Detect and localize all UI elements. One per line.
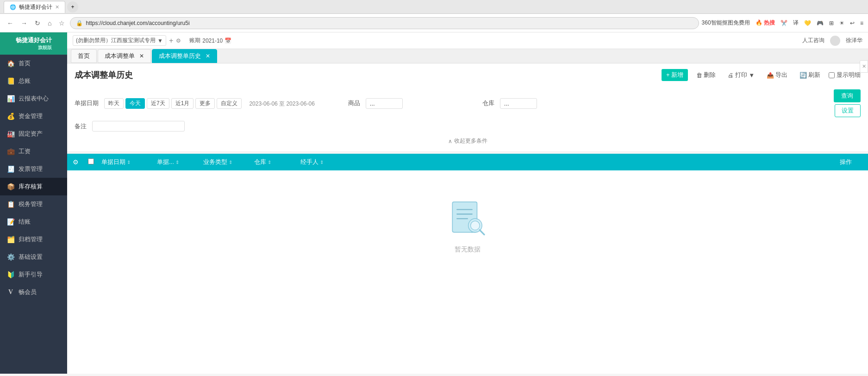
forward-btn[interactable]: →	[19, 19, 30, 28]
new-btn[interactable]: + 新增	[662, 69, 688, 81]
apps-icon: ⊞	[829, 20, 834, 26]
logo-sub: 旗舰版	[16, 44, 52, 51]
print-dropdown-icon: ▼	[749, 72, 755, 79]
sort-type-icon: ⇕	[229, 160, 232, 165]
tab-home[interactable]: 首页	[71, 49, 97, 63]
table-settings-btn[interactable]: ⚙	[67, 158, 84, 166]
refresh-icon: 🔄	[799, 72, 807, 79]
settings-gear-icon[interactable]: ⚙	[176, 38, 181, 44]
goods-filter-label: 商品	[348, 99, 360, 107]
lock-icon: 🔒	[76, 20, 83, 26]
tab-bar: 首页 成本调整单 ✕ 成本调整单历史 ✕	[67, 49, 868, 63]
reports-icon: 📊	[6, 95, 15, 102]
collapse-filter-btn[interactable]: ∧ 收起更多条件	[75, 135, 861, 147]
tab-cost-adjust-history[interactable]: 成本调整单历史 ✕	[152, 49, 217, 63]
browser-tab-title: 畅捷通好会计	[19, 3, 52, 11]
show-columns-toggle[interactable]: 显示明细	[829, 71, 861, 79]
th-warehouse[interactable]: 仓库 ⇕	[250, 158, 297, 166]
sidebar-item-membership[interactable]: V 畅会员	[0, 283, 67, 301]
add-company-btn[interactable]: +	[169, 37, 173, 45]
date-today-btn[interactable]: 今天	[125, 98, 145, 109]
sidebar-item-label: 发票管理	[19, 165, 43, 173]
period-info: 账期 2021-10 📅	[189, 37, 231, 44]
sidebar-item-label: 固定资产	[19, 130, 43, 138]
new-tab-btn[interactable]: +	[67, 1, 78, 13]
delete-btn[interactable]: 🗑 删除	[693, 69, 719, 81]
sidebar-item-close[interactable]: 📝 结账	[0, 213, 67, 231]
calendar-icon[interactable]: 📅	[225, 38, 231, 44]
warehouse-more-dots: ...	[504, 100, 509, 107]
goods-select[interactable]: ...	[366, 98, 403, 109]
date-filter-label: 单据日期	[75, 99, 99, 107]
sidebar-item-label: 首页	[19, 59, 31, 68]
sidebar-item-label: 工资	[19, 147, 31, 156]
setting-btn[interactable]: 设置	[835, 104, 861, 117]
th-type[interactable]: 业务类型 ⇕	[200, 158, 250, 166]
sidebar-item-tax[interactable]: 📋 税务管理	[0, 195, 67, 213]
user-name[interactable]: 徐泽华	[846, 37, 862, 44]
select-all-checkbox[interactable]	[88, 158, 94, 164]
empty-state: 暂无数据	[67, 170, 868, 282]
funds-icon: 💰	[6, 113, 15, 120]
empty-text: 暂无数据	[455, 245, 481, 254]
date-range-display: 2023-06-06 至 2023-06-06	[249, 100, 314, 108]
sidebar-item-archive[interactable]: 🗂️ 归档管理	[0, 231, 67, 248]
sidebar-item-funds[interactable]: 💰 资金管理	[0, 107, 67, 125]
th-handler[interactable]: 经手人 ⇕	[297, 158, 352, 166]
tab-cost-adjust-history-close[interactable]: ✕	[206, 53, 210, 59]
sidebar-item-label: 新手引导	[19, 270, 43, 279]
collapse-arrow-icon: ∧	[448, 138, 452, 144]
back-btn[interactable]: ←	[5, 19, 16, 28]
consultant-link[interactable]: 人工咨询	[802, 37, 824, 44]
th-date[interactable]: 单据日期 ⇕	[98, 158, 153, 166]
date-yesterday-btn[interactable]: 昨天	[104, 98, 124, 109]
date-more-btn[interactable]: 更多	[195, 98, 215, 109]
refresh-btn[interactable]: 🔄 刷新	[796, 69, 824, 81]
membership-icon: V	[6, 288, 15, 296]
browser-nav-bar: ← → ↻ ⌂ ☆ 🔒 https://cloud.chanjet.com/ac…	[0, 14, 868, 32]
show-columns-checkbox[interactable]	[829, 72, 835, 78]
export-btn[interactable]: 📤 导出	[763, 69, 791, 81]
table-select-all-check[interactable]	[84, 158, 98, 166]
sidebar-item-ledger[interactable]: 📒 总账	[0, 72, 67, 90]
sidebar-item-salary[interactable]: 💼 工资	[0, 143, 67, 160]
date-custom-btn[interactable]: 自定义	[217, 98, 242, 109]
sort-handler-icon: ⇕	[320, 160, 324, 165]
sidebar-item-label: 归档管理	[19, 235, 43, 244]
wallet-icon: 💛	[804, 20, 811, 26]
sidebar-item-guide[interactable]: 🔰 新手引导	[0, 266, 67, 283]
salary-icon: 💼	[6, 148, 15, 155]
warehouse-select[interactable]: ...	[500, 98, 537, 109]
filter-area: 单据日期 昨天 今天 近7天 近1月 更多 自定义 2023-06-06 至 2…	[67, 85, 868, 152]
right-panel-close-btn[interactable]: ✕	[860, 60, 868, 73]
date-1month-btn[interactable]: 近1月	[171, 98, 194, 109]
date-quick-btns: 昨天 今天 近7天 近1月 更多 自定义	[104, 98, 242, 109]
tab-cost-adjust[interactable]: 成本调整单 ✕	[98, 49, 151, 63]
home-nav-btn[interactable]: ⌂	[45, 19, 54, 28]
menu-icon: ≡	[860, 20, 863, 26]
url-bar[interactable]: 🔒 https://cloud.chanjet.com/accounting/u…	[70, 17, 699, 29]
bookmark-btn[interactable]: ☆	[56, 19, 67, 28]
sidebar-item-inventory[interactable]: 📦 库存核算	[0, 178, 67, 195]
query-btn[interactable]: 查询	[834, 89, 861, 102]
remark-input[interactable]	[92, 121, 185, 132]
sidebar-item-settings[interactable]: ⚙️ 基础设置	[0, 248, 67, 266]
sidebar-item-label: 畅会员	[19, 288, 37, 296]
sidebar-item-label: 基础设置	[19, 253, 43, 261]
sidebar-item-home[interactable]: 🏠 首页	[0, 55, 67, 72]
hot-search-label: 🔥 热搜	[756, 19, 775, 27]
sidebar-item-invoice[interactable]: 🧾 发票管理	[0, 160, 67, 178]
th-num[interactable]: 单据... ⇕	[153, 158, 200, 166]
sidebar-item-assets[interactable]: 🏭 固定资产	[0, 125, 67, 143]
guide-icon: 🔰	[6, 271, 15, 278]
company-selector[interactable]: (勿删勿禁用）江西服宝测试专用 ▼	[73, 35, 166, 46]
empty-illustration	[444, 198, 491, 240]
refresh-nav-btn[interactable]: ↻	[32, 19, 43, 28]
tax-icon: 📋	[6, 201, 15, 208]
sidebar-item-reports[interactable]: 📊 云报表中心	[0, 90, 67, 107]
print-btn[interactable]: 🖨 打印 ▼	[724, 69, 758, 81]
tab-cost-adjust-close[interactable]: ✕	[139, 53, 144, 59]
date-7days-btn[interactable]: 近7天	[147, 98, 169, 109]
period-value: 2021-10	[202, 38, 223, 44]
brightness-icon: ☀	[839, 20, 844, 26]
